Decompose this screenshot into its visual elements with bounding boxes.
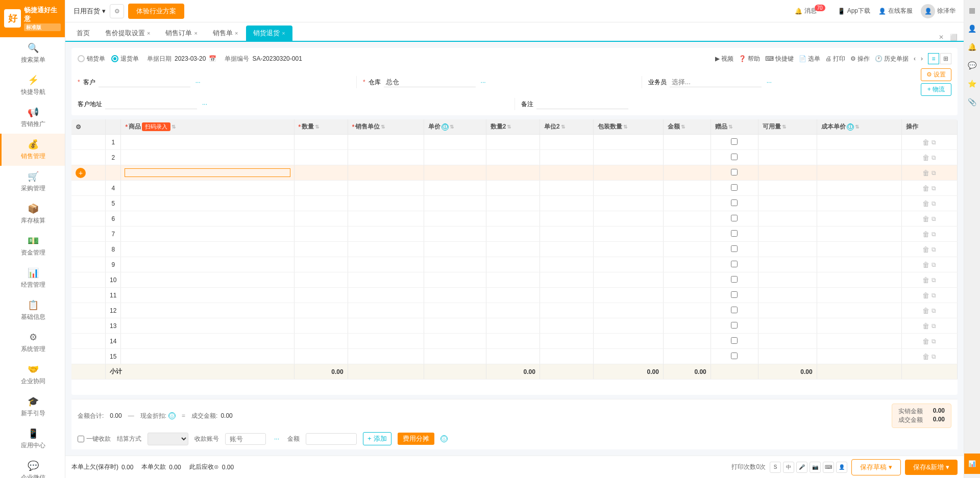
experience-button[interactable]: 体验行业方案 [128, 4, 184, 19]
copy-row-btn[interactable]: ⧉ [932, 231, 936, 238]
scan-barcode-btn[interactable]: 扫码录入 [142, 122, 170, 131]
tab-price-settings[interactable]: 售价提取设置 × [98, 26, 157, 41]
amount-cell[interactable] [663, 150, 710, 165]
avail-sort-icon[interactable]: ⇅ [782, 124, 786, 130]
sidebar-item-guide[interactable]: 🎓 新手引导 [0, 391, 65, 423]
im-sougou-btn[interactable]: S [770, 462, 781, 473]
save-draft-button[interactable]: 保存草稿 ▾ [851, 459, 901, 475]
staff-select-btn[interactable]: ··· [765, 79, 774, 86]
amount-sort-icon[interactable]: ⇅ [681, 124, 685, 130]
product-cell-active[interactable] [121, 165, 294, 181]
sidebar-item-wechat[interactable]: 💬 企业微信 [0, 455, 65, 478]
grid-view-btn[interactable]: ≡ [928, 53, 939, 64]
cost-cell[interactable] [817, 135, 901, 150]
copy-row-btn[interactable]: ⧉ [932, 338, 936, 345]
tab-home[interactable]: 首页 [69, 26, 97, 41]
copy-row-btn[interactable]: ⧉ [932, 261, 936, 268]
copy-row-btn[interactable]: ⧉ [932, 169, 936, 177]
settlement-select[interactable] [148, 433, 188, 445]
add-logistics-btn[interactable]: + 物流 [921, 83, 951, 96]
qty2-sort-icon[interactable]: ⇅ [507, 124, 511, 130]
tab-close-icon[interactable]: × [235, 30, 238, 36]
qty2-cell[interactable] [486, 135, 540, 150]
cost-price-info-icon[interactable]: ⓘ [847, 123, 854, 131]
warehouse-select-btn[interactable]: ··· [479, 79, 488, 86]
sidebar-item-operations[interactable]: 📊 经营管理 [0, 262, 65, 294]
im-cam-btn[interactable]: 📷 [810, 462, 821, 473]
product-sort-icon[interactable]: ⇅ [172, 124, 176, 130]
pkgqty-cell[interactable] [594, 135, 664, 150]
rp-chat-icon[interactable]: 💬 [966, 59, 978, 71]
th-gear[interactable]: ⚙ [71, 119, 106, 135]
copy-row-btn[interactable]: ⧉ [932, 292, 936, 299]
add-row-btn[interactable]: + [76, 168, 86, 178]
gift-checkbox[interactable] [731, 307, 738, 313]
fee-split-btn[interactable]: 费用分摊 [398, 433, 434, 445]
list-view-btn[interactable]: ⊞ [940, 53, 951, 64]
price-sort-icon[interactable]: ⇅ [450, 124, 454, 130]
delete-row-btn[interactable]: 🗑 [922, 230, 929, 238]
gift-cell[interactable] [710, 150, 758, 165]
delete-row-btn[interactable]: 🗑 [922, 307, 929, 315]
gift-checkbox[interactable] [731, 184, 738, 191]
notes-input[interactable] [536, 99, 628, 109]
gift-checkbox[interactable] [731, 230, 738, 237]
sidebar-item-apps[interactable]: 📱 应用中心 [0, 423, 65, 455]
bank-account-input[interactable] [225, 433, 266, 445]
tab-close-icon[interactable]: × [147, 30, 150, 36]
sidebar-item-search[interactable]: 🔍 搜索菜单 [0, 37, 65, 69]
pkgqty-cell[interactable] [594, 165, 664, 181]
online-service-btn[interactable]: 👤 在线客服 [878, 7, 913, 15]
sidebar-item-enterprise[interactable]: 🤝 企业协同 [0, 359, 65, 391]
gift-cell[interactable] [710, 135, 758, 150]
delete-row-btn[interactable]: 🗑 [922, 291, 929, 299]
product-input[interactable] [125, 169, 289, 177]
copy-row-btn[interactable]: ⧉ [932, 139, 936, 146]
delete-row-btn[interactable]: 🗑 [922, 138, 929, 146]
cost-sort-icon[interactable]: ⇅ [855, 124, 859, 130]
copy-row-btn[interactable]: ⧉ [932, 276, 936, 284]
delete-row-btn[interactable]: 🗑 [922, 184, 929, 192]
topbar-gear-btn[interactable]: ⚙ [110, 4, 124, 18]
pkgqty-cell[interactable] [594, 150, 664, 165]
unit-cell[interactable] [348, 135, 424, 150]
delete-row-btn[interactable]: 🗑 [922, 199, 929, 208]
operations-btn[interactable]: ⚙ 操作 [850, 55, 870, 63]
gift-checkbox[interactable] [731, 245, 738, 252]
gift-checkbox[interactable] [731, 138, 738, 145]
unit2-cell[interactable] [540, 135, 593, 150]
gift-cell[interactable] [710, 165, 758, 181]
user-btn[interactable]: 👤 徐泽华 [921, 4, 955, 18]
delete-row-btn[interactable]: 🗑 [922, 261, 929, 269]
save-new-button[interactable]: 保存&新增 ▾ [905, 460, 958, 475]
sidebar-item-marketing[interactable]: 📢 营销推广 [0, 102, 65, 134]
customer-input[interactable] [99, 77, 190, 87]
sidebar-item-system[interactable]: ⚙ 系统管理 [0, 326, 65, 359]
im-mic-btn[interactable]: 🎤 [796, 462, 807, 473]
pkgqty-sort-icon[interactable]: ⇅ [623, 124, 627, 130]
delete-row-btn[interactable]: 🗑 [922, 276, 929, 284]
fee-split-info-icon[interactable]: ⓘ [440, 435, 448, 442]
copy-row-btn[interactable]: ⧉ [932, 154, 936, 161]
add-payment-btn[interactable]: + 添加 [363, 432, 391, 445]
delete-row-btn[interactable]: 🗑 [922, 337, 929, 345]
copy-row-btn[interactable]: ⧉ [932, 353, 936, 360]
sidebar-item-inventory[interactable]: 📦 库存核算 [0, 198, 65, 230]
delete-row-btn[interactable]: 🗑 [922, 169, 929, 177]
cost-cell[interactable] [817, 165, 901, 181]
video-btn[interactable]: ▶ 视频 [715, 55, 733, 63]
close-window-icon[interactable]: ✕ [937, 34, 946, 41]
radio-sale[interactable]: 销货单 [78, 55, 105, 63]
delete-row-btn[interactable]: 🗑 [922, 353, 929, 361]
amount-cell[interactable] [663, 135, 710, 150]
cost-cell[interactable] [817, 150, 901, 165]
sidebar-item-sales[interactable]: 💰 销售管理 [0, 134, 65, 166]
price-cell[interactable] [424, 150, 486, 165]
gift-checkbox[interactable] [731, 337, 738, 344]
sidebar-item-quicknav[interactable]: ⚡ 快捷导航 [0, 69, 65, 102]
cash-discount-info-icon[interactable]: ⓘ [168, 412, 176, 419]
sidebar-item-purchase[interactable]: 🛒 采购管理 [0, 166, 65, 198]
gift-checkbox[interactable] [731, 291, 738, 298]
maximize-icon[interactable]: ⬜ [948, 34, 960, 41]
avail-cell[interactable] [758, 135, 817, 150]
